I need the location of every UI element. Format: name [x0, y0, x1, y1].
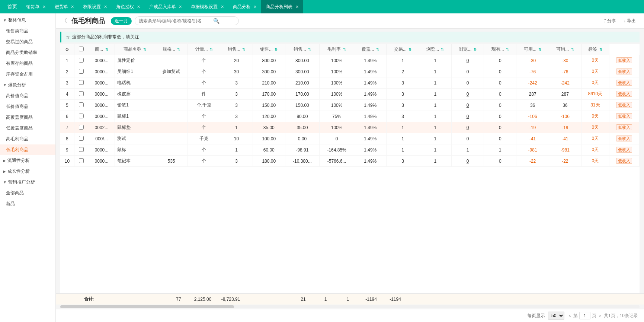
- row-checkbox[interactable]: [74, 66, 88, 77]
- select-all-checkbox[interactable]: [79, 47, 84, 51]
- row-checkbox[interactable]: [74, 100, 88, 111]
- nav-purchase-order[interactable]: 进货单 ✕: [50, 0, 79, 13]
- sidebar-group-growth[interactable]: ▶ 成长性分析: [0, 166, 55, 177]
- sidebar-item-sales-goods[interactable]: 销售类商品: [0, 26, 55, 36]
- col-qty[interactable]: 销售... ⇅: [220, 44, 253, 55]
- col-trade[interactable]: 交易... ⇅: [387, 44, 419, 55]
- sidebar-item-low-margin[interactable]: 低毛利商品: [0, 144, 55, 155]
- row-select-checkbox[interactable]: [79, 158, 84, 163]
- row-checkbox[interactable]: [74, 111, 88, 122]
- horizontal-scrollbar[interactable]: [60, 305, 640, 308]
- row-select-checkbox[interactable]: [79, 125, 84, 130]
- col-browse2[interactable]: 浏览... ⇅: [451, 44, 484, 55]
- row-select-checkbox[interactable]: [79, 147, 84, 152]
- share-button[interactable]: ⤴ 分享: [602, 17, 618, 25]
- browse1-link[interactable]: 0: [467, 92, 469, 97]
- sidebar-item-in-stock[interactable]: 有库存的商品: [0, 58, 55, 69]
- close-icon[interactable]: ✕: [71, 4, 74, 9]
- per-page-select[interactable]: 50: [548, 312, 564, 320]
- row-checkbox[interactable]: [74, 144, 88, 156]
- sidebar-item-low-coverage[interactable]: 低覆盖度商品: [0, 123, 55, 134]
- col-tag[interactable]: 标签 ⇅: [581, 44, 609, 55]
- prev-page-button[interactable]: ＜: [567, 313, 572, 319]
- close-icon[interactable]: ✕: [295, 4, 299, 9]
- close-icon[interactable]: ✕: [104, 4, 107, 9]
- col-unit[interactable]: 计量... ⇅: [188, 44, 220, 55]
- col-coverage[interactable]: 覆盖... ⇅: [354, 44, 387, 55]
- nav-sales-order[interactable]: 销货单 ✕: [22, 0, 50, 13]
- row-browse1[interactable]: 0: [451, 111, 484, 122]
- table-wrapper[interactable]: ⚙ 商... ⇅ 商品名称 ⇅ 规格... ⇅ 计量... ⇅ 销售... ⇅ …: [60, 44, 640, 293]
- search-icon[interactable]: 🔍: [213, 18, 220, 24]
- sidebar-item-high-coverage[interactable]: 高覆盖度商品: [0, 112, 55, 123]
- col-price2[interactable]: 销售... ⇅: [285, 44, 319, 55]
- browse1-link[interactable]: 0: [467, 114, 469, 119]
- row-browse1[interactable]: 0: [451, 122, 484, 133]
- row-browse1[interactable]: 0: [451, 89, 484, 100]
- row-browse1[interactable]: 1: [451, 144, 484, 156]
- col-settings[interactable]: ⚙: [60, 44, 74, 55]
- row-select-checkbox[interactable]: [79, 102, 84, 107]
- col-price1[interactable]: 销售... ⇅: [253, 44, 285, 55]
- browse1-link[interactable]: 0: [467, 159, 469, 164]
- next-page-button[interactable]: ＞: [598, 313, 602, 319]
- row-checkbox[interactable]: [74, 122, 88, 133]
- row-checkbox[interactable]: [74, 55, 88, 66]
- row-select-checkbox[interactable]: [79, 114, 84, 118]
- collapse-button[interactable]: 《: [62, 17, 67, 24]
- row-checkbox[interactable]: [74, 89, 88, 100]
- nav-home[interactable]: 首页: [3, 0, 22, 13]
- nav-product-entry[interactable]: 产成品入库单 ✕: [145, 0, 187, 13]
- sidebar-item-new-goods[interactable]: 新品: [0, 198, 55, 209]
- sidebar-item-high-margin[interactable]: 高毛利商品: [0, 134, 55, 144]
- row-browse1[interactable]: 0: [451, 133, 484, 144]
- browse1-link[interactable]: 0: [467, 69, 469, 74]
- row-select-checkbox[interactable]: [79, 91, 84, 96]
- row-browse1[interactable]: 0: [451, 100, 484, 111]
- browse1-link[interactable]: 0: [467, 103, 469, 108]
- nav-role-auth[interactable]: 角色授权 ✕: [112, 0, 145, 13]
- col-stock[interactable]: 现有... ⇅: [484, 44, 516, 55]
- close-icon[interactable]: ✕: [137, 4, 140, 9]
- row-select-checkbox[interactable]: [79, 69, 84, 74]
- nav-permission[interactable]: 权限设置 ✕: [79, 0, 112, 13]
- sidebar-item-category-rate[interactable]: 商品分类助销率: [0, 47, 55, 58]
- sidebar-item-all-goods[interactable]: 全部商品: [0, 188, 55, 198]
- row-browse1[interactable]: 0: [451, 55, 484, 66]
- row-browse1[interactable]: 0: [451, 156, 484, 167]
- close-icon[interactable]: ✕: [221, 4, 224, 9]
- col-checkbox[interactable]: [74, 44, 88, 55]
- nav-product-analysis[interactable]: 商品分析 ✕: [228, 0, 262, 13]
- browse1-link[interactable]: 0: [467, 58, 469, 63]
- page-input[interactable]: [579, 312, 590, 319]
- sidebar-item-low-value[interactable]: 低价值商品: [0, 101, 55, 112]
- col-avail[interactable]: 可用... ⇅: [516, 44, 549, 55]
- sidebar-group-marketing[interactable]: ▼ 营销推广分析: [0, 177, 55, 188]
- sidebar-group-overall[interactable]: ▼ 整体信息: [0, 15, 55, 26]
- row-select-checkbox[interactable]: [79, 58, 84, 63]
- row-checkbox[interactable]: [74, 77, 88, 89]
- col-browse1[interactable]: 浏览... ⇅: [419, 44, 451, 55]
- row-select-checkbox[interactable]: [79, 136, 84, 141]
- close-icon[interactable]: ✕: [179, 4, 182, 9]
- close-icon[interactable]: ✕: [42, 4, 46, 9]
- close-icon[interactable]: ✕: [253, 4, 257, 9]
- col-code[interactable]: 商... ⇅: [88, 44, 115, 55]
- sidebar-item-capital-usage[interactable]: 库存资金占用: [0, 69, 55, 80]
- row-checkbox[interactable]: [74, 156, 88, 167]
- row-select-checkbox[interactable]: [79, 80, 84, 85]
- browse1-link[interactable]: 0: [467, 125, 469, 130]
- browse1-link[interactable]: 0: [467, 80, 469, 86]
- sidebar-item-traded-goods[interactable]: 交易过的商品: [0, 36, 55, 47]
- row-browse1[interactable]: 0: [451, 66, 484, 77]
- row-browse1[interactable]: 0: [451, 77, 484, 89]
- export-button[interactable]: ↓ 导出: [621, 17, 638, 25]
- nav-template-setting[interactable]: 单据模板设置 ✕: [186, 0, 228, 13]
- col-spec[interactable]: 规格... ⇅: [155, 44, 188, 55]
- sidebar-group-hot[interactable]: ▼ 爆款分析: [0, 80, 55, 90]
- browse1-link[interactable]: 0: [467, 136, 469, 141]
- row-checkbox[interactable]: [74, 133, 88, 144]
- sidebar-item-high-value[interactable]: 高价值商品: [0, 90, 55, 101]
- nav-product-analysis-list[interactable]: 商品分析列表 ✕: [261, 0, 303, 13]
- col-saleable[interactable]: 可销... ⇅: [549, 44, 581, 55]
